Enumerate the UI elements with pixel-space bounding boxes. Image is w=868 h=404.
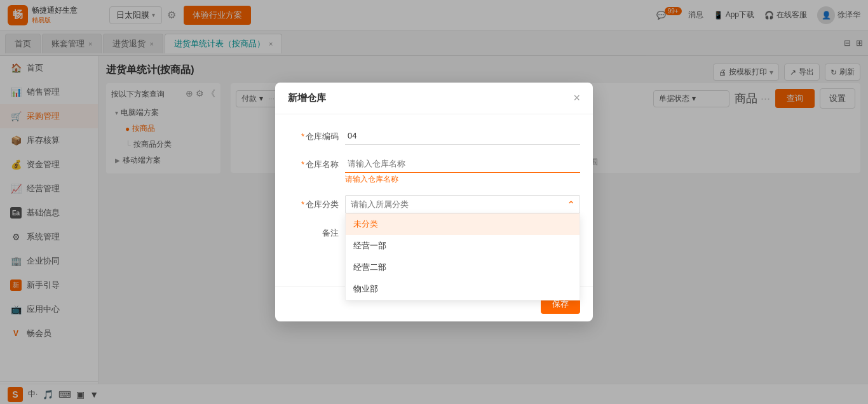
note-label: 备注 [288,224,339,239]
dialog-title: 新增仓库 [288,92,326,104]
code-label: 仓库编码 [288,127,339,142]
category-option-unclassified[interactable]: 未分类 [346,213,580,235]
warehouse-name-row: 仓库名称 请输入仓库名称 [288,155,580,185]
category-option-2[interactable]: 经营二部 [346,257,580,278]
dialog-close-button[interactable]: × [573,91,580,105]
category-option-1[interactable]: 经营一部 [346,235,580,257]
dialog-body: 仓库编码 仓库名称 请输入仓库名称 仓库分类 ⌃ [275,114,593,286]
code-input-wrap [345,127,580,145]
dialog-header: 新增仓库 × [275,83,593,114]
category-label: 仓库分类 [288,195,339,210]
warehouse-code-row: 仓库编码 [288,127,580,145]
name-input[interactable] [345,155,580,173]
modal-overlay: 新增仓库 × 仓库编码 仓库名称 请输入仓库名称 仓库分类 [0,0,868,404]
name-label: 仓库名称 [288,155,339,170]
category-input[interactable] [345,195,580,213]
chevron-up-icon[interactable]: ⌃ [567,198,575,210]
category-option-3[interactable]: 物业部 [346,278,580,300]
new-warehouse-dialog: 新增仓库 × 仓库编码 仓库名称 请输入仓库名称 仓库分类 [275,83,593,321]
name-input-wrap: 请输入仓库名称 [345,155,580,185]
name-error-msg: 请输入仓库名称 [345,174,580,185]
category-dropdown: 未分类 经营一部 经营二部 物业部 [345,213,580,300]
warehouse-category-row: 仓库分类 ⌃ 未分类 经营一部 经营二部 物业部 [288,195,580,213]
category-input-wrap: ⌃ 未分类 经营一部 经营二部 物业部 [345,195,580,213]
code-input[interactable] [345,127,580,145]
